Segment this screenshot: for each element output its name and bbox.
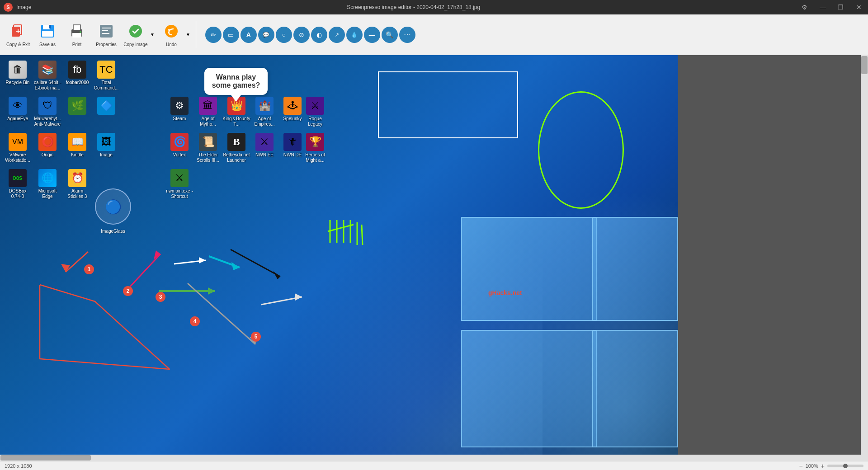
icon-msedge[interactable]: 🌐 Microsoft Edge — [32, 167, 63, 201]
text-draw-tool[interactable]: A — [241, 27, 257, 43]
origin-icon: ⭕ — [38, 133, 57, 151]
zoom-level: 100% — [806, 463, 818, 469]
step-draw-tool[interactable]: ⊘ — [293, 27, 310, 43]
icon-vortex[interactable]: 🌀 Vortex — [164, 131, 195, 160]
canvas-area[interactable]: 🗑 Recycle Bin 📚 calibre 64bit - E-book m… — [0, 55, 868, 461]
icon-imageglass-label[interactable]: ImageGlass — [97, 227, 129, 236]
msedge-icon: 🌐 — [38, 169, 57, 187]
svg-rect-11 — [102, 28, 111, 28]
icon-bethesda[interactable]: B Bethesda.net Launcher — [221, 131, 252, 165]
svg-point-15 — [165, 25, 178, 38]
watermark-text: gHacks.net — [488, 289, 522, 296]
hscroll-thumb[interactable] — [0, 455, 91, 461]
icon-steam[interactable]: ⚙ Steam — [164, 95, 195, 123]
line-draw-tool[interactable]: — — [364, 27, 380, 43]
undo-dropdown[interactable]: ▼ — [185, 31, 191, 38]
copy-image-button[interactable]: Copy image — [122, 18, 149, 52]
pen-draw-tool[interactable]: ✏ — [205, 27, 222, 43]
save-as-button[interactable]: Save as — [34, 18, 61, 52]
svg-line-36 — [188, 283, 255, 344]
icon-foobar[interactable]: fb foobar2000 — [61, 59, 93, 87]
zoom-slider[interactable] — [827, 465, 863, 467]
kindle-icon: 📖 — [68, 133, 86, 151]
callout-draw-tool[interactable]: 💬 — [258, 27, 274, 43]
icon-blue1[interactable]: 🔷 — [90, 95, 122, 118]
app-name: Image — [16, 4, 31, 10]
svg-line-38 — [261, 297, 302, 305]
svg-point-9 — [80, 31, 81, 33]
close-button[interactable]: ✕ — [850, 0, 868, 14]
water-draw-tool[interactable]: 💧 — [346, 27, 363, 43]
dosbox-icon: DOS — [9, 169, 27, 187]
annotation-rect-white — [378, 71, 518, 138]
zoom-draw-tool[interactable]: 🔍 — [382, 27, 398, 43]
icon-kindle[interactable]: 📖 Kindle — [61, 131, 93, 160]
svg-line-21 — [328, 225, 354, 231]
svg-marker-39 — [295, 293, 302, 301]
print-icon — [68, 22, 86, 40]
print-button[interactable]: Print — [63, 18, 90, 52]
svg-line-32 — [231, 249, 280, 277]
vscroll-thumb[interactable] — [861, 56, 868, 74]
icon-malware[interactable]: 🛡 Malwarebyt... Anti-Malware — [32, 95, 63, 129]
icon-heroes[interactable]: 🏆 Heroes of Might a... — [299, 131, 331, 165]
icon-agaue[interactable]: 👁 AgaueEye — [2, 95, 33, 123]
copy-image-dropdown[interactable]: ▼ — [149, 31, 156, 38]
badge-4: 4 — [190, 316, 200, 326]
icon-total-cmd[interactable]: TC Total Command... — [90, 59, 122, 93]
image-icon: 🖼 — [97, 133, 115, 151]
save-as-icon — [38, 22, 57, 40]
icon-calibre[interactable]: 📚 calibre 64bit - E-book ma... — [32, 59, 63, 93]
toolbar-separator — [196, 21, 196, 48]
svg-rect-12 — [102, 30, 108, 31]
svg-marker-29 — [199, 257, 206, 263]
circle-draw-tool[interactable]: ○ — [276, 27, 292, 43]
status-bar: 1920 x 1080 − 100% + — [0, 461, 868, 470]
more-draw-tool[interactable]: ⋯ — [399, 27, 415, 43]
restore-button[interactable]: ❐ — [832, 0, 850, 14]
icon-dosbox[interactable]: DOS DOSBox 0.74-3 — [2, 167, 33, 201]
icon-age-emp[interactable]: 🏰 Age of Empires... — [249, 95, 280, 129]
svg-rect-7 — [73, 25, 80, 30]
icon-nwn-ee[interactable]: ⚔ NWN EE — [249, 131, 280, 160]
imageglass-inner-icon: 🔵 — [105, 199, 122, 215]
blue1-icon: 🔷 — [97, 97, 115, 115]
icon-alarm[interactable]: ⏰ Alarm Stickies 3 — [61, 167, 93, 201]
icon-origin[interactable]: ⭕ Origin — [32, 131, 63, 160]
minimize-button[interactable]: — — [814, 0, 832, 14]
zoom-plus[interactable]: + — [821, 462, 825, 470]
icon-age-myth[interactable]: 🏛 Age of Mytho... — [192, 95, 224, 129]
icon-vmware[interactable]: VM VMware Workstatio... — [2, 131, 33, 165]
copy-image-icon — [127, 22, 145, 40]
vertical-scrollbar[interactable] — [861, 55, 868, 461]
undo-group: Undo ▼ — [158, 18, 191, 52]
foobar-icon: fb — [68, 61, 86, 79]
icon-recycle-bin[interactable]: 🗑 Recycle Bin — [2, 59, 33, 87]
icon-rogue[interactable]: ⚔ Rogue Legacy — [299, 95, 331, 129]
arrow-draw-tool[interactable]: ↗ — [329, 27, 345, 43]
icon-nwmain[interactable]: ⚔ nwmain.exe - Shortcut — [164, 167, 195, 201]
icon-elder-scrolls[interactable]: 📜 The Elder Scrolls III... — [192, 131, 224, 165]
svg-marker-35 — [208, 287, 215, 295]
copy-exit-button[interactable]: Copy & Exit — [5, 18, 32, 52]
svg-rect-3 — [43, 25, 50, 29]
svg-line-26 — [130, 254, 160, 287]
icon-image[interactable]: 🖼 Image — [90, 131, 122, 160]
win-panel-top-right — [592, 217, 678, 321]
rect-draw-tool[interactable]: ▭ — [223, 27, 239, 43]
icon-green1[interactable]: 🌿 — [61, 95, 93, 118]
properties-button[interactable]: Properties — [93, 18, 120, 52]
properties-icon — [97, 22, 115, 40]
horizontal-scrollbar[interactable] — [0, 455, 861, 461]
nwn-ee-icon: ⚔ — [255, 133, 274, 151]
spelunky-icon: 🕹 — [283, 97, 302, 115]
annotation-circle-green — [538, 91, 624, 209]
ellipse-draw-tool[interactable]: ◐ — [311, 27, 327, 43]
zoom-slider-thumb[interactable] — [843, 464, 848, 468]
settings-button[interactable]: ⚙ — [796, 0, 814, 14]
icon-circle-highlight: 🔵 — [95, 188, 131, 225]
zoom-minus[interactable]: − — [799, 462, 802, 470]
undo-button[interactable]: Undo — [158, 18, 185, 52]
copy-exit-icon — [9, 22, 27, 40]
svg-marker-33 — [273, 271, 280, 279]
